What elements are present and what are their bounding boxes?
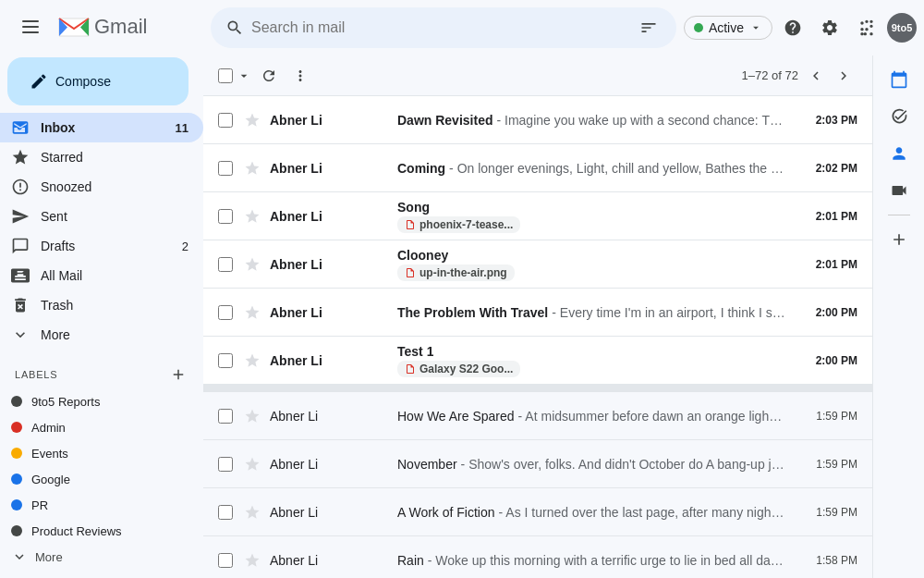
email-row[interactable]: Abner Li How We Are Spared - At midsumme… [203, 392, 872, 440]
search-input[interactable] [251, 19, 628, 36]
email-preview: - Show's over, folks. And didn't October… [461, 457, 785, 472]
email-time: 1:58 PM [793, 554, 857, 567]
email-star[interactable] [244, 304, 262, 321]
more-labels-button[interactable]: More [0, 544, 203, 570]
email-select-checkbox[interactable] [218, 553, 233, 568]
avatar[interactable]: 9to5 [887, 13, 917, 43]
email-content: Song phoenix-7-tease... [397, 200, 785, 233]
email-select-checkbox[interactable] [218, 209, 233, 224]
email-star[interactable] [244, 160, 262, 177]
contacts-mini-button[interactable] [882, 137, 916, 170]
email-row[interactable]: Abner Li Clooney up-in-the-air.png 2:01 … [203, 240, 872, 289]
email-time: 2:01 PM [793, 258, 857, 271]
email-select-checkbox[interactable] [218, 113, 233, 128]
search-filter-button[interactable] [636, 15, 662, 41]
apps-button[interactable] [850, 11, 883, 44]
email-content: A Work of Fiction - As I turned over the… [397, 505, 785, 520]
more-options-button[interactable] [286, 62, 314, 90]
email-area: 1–72 of 72 Abner Li Dawn [203, 55, 924, 578]
email-checkbox[interactable] [218, 553, 237, 568]
email-preview: - Woke up this morning with a terrific u… [428, 553, 785, 568]
star-icon [11, 148, 30, 166]
email-select-checkbox[interactable] [218, 161, 233, 176]
label-item-product[interactable]: Product Reviews [0, 518, 203, 544]
email-row[interactable]: Abner Li Song phoenix-7-tease... 2:01 PM [203, 192, 872, 240]
email-checkbox[interactable] [218, 161, 237, 176]
email-select-checkbox[interactable] [218, 257, 233, 272]
email-content: Clooney up-in-the-air.png [397, 248, 785, 281]
email-sender: Abner Li [270, 409, 390, 424]
search-bar[interactable] [211, 7, 676, 48]
label-item-events[interactable]: Events [0, 440, 203, 466]
email-checkbox[interactable] [218, 409, 237, 424]
email-content: How We Are Spared - At midsummer before … [397, 409, 785, 424]
email-row[interactable]: Abner Li Dawn Revisited - Imagine you wa… [203, 96, 872, 144]
email-subject: Dawn Revisited [397, 113, 492, 128]
email-row[interactable]: Abner Li Rain - Woke up this morning wit… [203, 536, 872, 578]
search-icon [225, 18, 244, 37]
email-row[interactable]: Abner Li Test 1 Galaxy S22 Goo... 2:00 P… [203, 337, 872, 385]
sidebar-item-more[interactable]: More [0, 320, 203, 350]
svg-rect-2 [22, 31, 39, 33]
label-dot [11, 499, 22, 510]
select-all-checkbox[interactable] [218, 68, 233, 83]
tasks-mini-button[interactable] [882, 100, 916, 133]
email-row[interactable]: Abner Li A Work of Fiction - As I turned… [203, 488, 872, 536]
email-select-checkbox[interactable] [218, 305, 233, 320]
active-status-button[interactable]: Active [684, 16, 772, 40]
email-checkbox[interactable] [218, 113, 237, 128]
email-checkbox[interactable] [218, 257, 237, 272]
email-select-checkbox[interactable] [218, 409, 233, 424]
refresh-button[interactable] [255, 62, 283, 90]
email-checkbox[interactable] [218, 505, 237, 520]
select-all[interactable] [218, 68, 251, 83]
email-star[interactable] [244, 504, 262, 521]
label-item-9to5[interactable]: 9to5 Reports [0, 388, 203, 414]
email-content: The Problem With Travel - Every time I'm… [397, 305, 785, 320]
email-select-checkbox[interactable] [218, 457, 233, 472]
trash-icon [11, 296, 30, 314]
email-separator [203, 385, 872, 392]
add-app-button[interactable] [882, 223, 916, 256]
email-select-checkbox[interactable] [218, 505, 233, 520]
inbox-icon [11, 118, 30, 137]
label-item-pr[interactable]: PR [0, 492, 203, 518]
calendar-mini-button[interactable] [882, 63, 916, 96]
sidebar-item-allmail[interactable]: All Mail [0, 261, 203, 290]
email-star[interactable] [244, 456, 262, 473]
meet-mini-button[interactable] [882, 174, 916, 207]
email-select-checkbox[interactable] [218, 353, 233, 368]
compose-button[interactable]: Compose [7, 57, 188, 105]
help-button[interactable] [776, 11, 809, 44]
email-star[interactable] [244, 208, 262, 225]
hamburger-button[interactable] [15, 11, 46, 43]
email-subject: Song [397, 200, 430, 215]
email-row[interactable]: Abner Li Coming - On longer evenings, Li… [203, 144, 872, 192]
sidebar-item-sent[interactable]: Sent [0, 202, 203, 231]
next-page-button[interactable] [830, 62, 857, 90]
prev-page-button[interactable] [802, 62, 830, 90]
label-item-google[interactable]: Google [0, 466, 203, 492]
email-row[interactable]: Abner Li The Problem With Travel - Every… [203, 289, 872, 337]
settings-button[interactable] [813, 11, 846, 44]
email-star[interactable] [244, 408, 262, 424]
email-row[interactable]: Abner Li November - Show's over, folks. … [203, 440, 872, 488]
add-label-button[interactable] [168, 364, 188, 385]
email-star[interactable] [244, 552, 262, 569]
label-item-admin[interactable]: Admin [0, 414, 203, 440]
email-checkbox[interactable] [218, 353, 237, 368]
email-star[interactable] [244, 256, 262, 273]
email-checkbox[interactable] [218, 209, 237, 224]
sidebar-item-snoozed[interactable]: Snoozed [0, 172, 203, 202]
email-star[interactable] [244, 112, 262, 129]
mini-divider [888, 215, 910, 215]
email-checkbox[interactable] [218, 457, 237, 472]
sidebar-item-inbox[interactable]: Inbox 11 [0, 113, 203, 142]
sidebar-item-starred[interactable]: Starred [0, 142, 203, 172]
attachment-chip: Galaxy S22 Goo... [397, 361, 520, 377]
sidebar-item-trash[interactable]: Trash [0, 290, 203, 320]
email-time: 2:03 PM [793, 114, 857, 127]
sidebar-item-drafts[interactable]: Drafts 2 [0, 231, 203, 261]
email-checkbox[interactable] [218, 305, 237, 320]
email-star[interactable] [244, 352, 262, 369]
